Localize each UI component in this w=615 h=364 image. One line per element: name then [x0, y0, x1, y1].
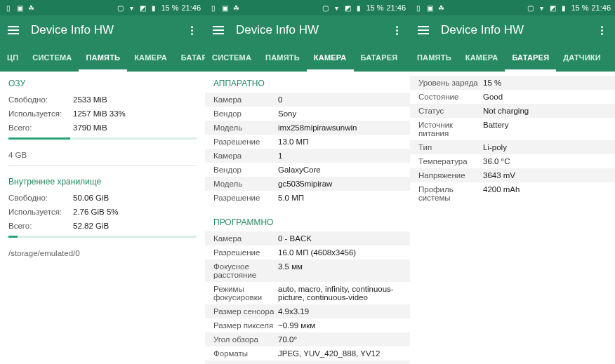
status-bar: ▯ ▣ ☘ ▢ ▾ ◩ ▮ 15 % 21:46	[0, 0, 205, 15]
clock: 21:46	[591, 4, 611, 12]
wifi-icon: ▾	[332, 4, 340, 12]
row-value: imx258mipirawsunwin	[278, 123, 402, 132]
table-row: СостояниеGood	[410, 90, 615, 104]
hamburger-icon[interactable]	[6, 22, 21, 38]
app-title: Device Info HW	[31, 23, 174, 37]
hamburger-icon[interactable]	[211, 22, 226, 38]
tabs: ПАМЯТЬ КАМЕРА БАТАРЕЯ ДАТЧИКИ ПРИЛ	[410, 45, 615, 72]
overflow-icon[interactable]	[184, 22, 199, 38]
ram-used-value: 1257 MiB 33%	[73, 109, 197, 118]
row-key: Разрешение	[213, 194, 278, 202]
tab-memory[interactable]: ПАМЯТЬ	[79, 45, 127, 72]
table-row: Положение90	[205, 360, 410, 364]
table-row: Режимы фокусировкиauto, macro, infinity,…	[205, 282, 410, 304]
row-key: Уровень заряда	[418, 79, 483, 87]
notif-icon: ▣	[15, 4, 24, 12]
storage-progress	[8, 236, 197, 238]
tab-battery[interactable]: БАТАРЕЯ	[354, 45, 405, 72]
row-key: Режимы фокусировки	[213, 285, 278, 302]
table-row: Разрешение13.0 МП	[205, 135, 410, 149]
tab-memory[interactable]: ПАМЯТЬ	[410, 45, 458, 72]
row-key: Форматы	[213, 349, 278, 358]
vibrate-icon: ▢	[321, 4, 329, 12]
table-row: Размер пикселя~0.99 мкм	[205, 318, 410, 332]
row-key: Напряжение	[418, 171, 483, 180]
nosim-icon: ◩	[548, 4, 557, 12]
row-key: Тип	[418, 143, 483, 151]
battery-content[interactable]: Уровень заряда15 %СостояниеGoodСтатусNot…	[410, 72, 615, 364]
notif-icon: ☘	[232, 4, 240, 12]
overflow-icon[interactable]	[594, 22, 609, 38]
row-key: Угол обзора	[213, 335, 278, 344]
table-row: Модельgc5035mipiraw	[205, 177, 410, 191]
tab-battery[interactable]: БАТАРЕЯ	[505, 45, 556, 72]
row-value: 4200 mAh	[483, 185, 607, 194]
tab-memory[interactable]: ПАМЯТЬ	[258, 45, 307, 72]
clock: 21:46	[181, 4, 201, 12]
nosim-icon: ◩	[138, 4, 147, 12]
table-row: СтатусNot charging	[410, 104, 615, 118]
section-sw: ПРОГРАММНО	[205, 210, 410, 231]
row-key: Разрешение	[213, 248, 278, 257]
row-value: auto, macro, infinity, continuous-pictur…	[278, 285, 402, 302]
row-value: Not charging	[483, 107, 607, 115]
hamburger-icon[interactable]	[416, 22, 431, 38]
stor-total-value: 52.82 GiB	[73, 222, 197, 230]
stor-free-label: Свободно:	[8, 194, 73, 202]
row-key: Источник питания	[418, 121, 483, 137]
tab-sensors[interactable]: ДАТЧИКИ	[556, 45, 608, 72]
tab-system[interactable]: СИСТЕМА	[25, 45, 79, 72]
ram-total-value: 3790 MiB	[73, 123, 197, 132]
table-row: Камера1	[205, 149, 410, 163]
table-row: Уровень заряда15 %	[410, 76, 615, 90]
row-value: 3643 mV	[483, 171, 607, 180]
notif-icon: ▯	[209, 4, 218, 12]
section-storage: Внутреннее хранилище	[0, 170, 205, 191]
row-value: GalaxyCore	[278, 166, 402, 174]
stor-total-label: Всего:	[8, 222, 73, 230]
tab-sensors[interactable]: ДАТЧИКИ	[404, 45, 410, 72]
tab-system[interactable]: СИСТЕМА	[205, 45, 258, 72]
ram-used-label: Используется:	[8, 109, 73, 118]
row-value: 4.9x3.19	[278, 307, 402, 316]
tab-cpu[interactable]: ЦП	[0, 45, 25, 72]
memory-content[interactable]: ОЗУ Свободно:2533 MiB Используется:1257 …	[0, 72, 205, 364]
tab-camera[interactable]: КАМЕРА	[458, 45, 505, 72]
row-value: 0 - BACK	[278, 234, 402, 243]
section-ram: ОЗУ	[0, 72, 205, 93]
row-key: Камера	[213, 234, 278, 243]
tab-camera[interactable]: КАМЕРА	[127, 45, 174, 72]
row-value: 0	[278, 95, 402, 104]
pane-camera: ▯ ▣ ☘ ▢ ▾ ◩ ▮ 15 % 21:46 Device Info HW …	[205, 0, 410, 364]
row-key: Размер сенсора	[213, 307, 278, 316]
table-row: Температура36.0 °C	[410, 154, 615, 168]
table-row: Угол обзора70.0°	[205, 332, 410, 346]
table-row: Фокусное расстояние3.5 мм	[205, 259, 410, 282]
battery-pct: 15 %	[571, 4, 588, 12]
tab-battery[interactable]: БАТАРЕЯ	[174, 45, 205, 72]
row-value: Battery	[483, 121, 607, 129]
row-value: 36.0 °C	[483, 157, 607, 166]
row-key: Вендор	[213, 166, 278, 174]
stor-free-value: 50.06 GiB	[73, 194, 197, 202]
battery-icon: ▮	[355, 4, 363, 12]
row-value: ~0.99 мкм	[278, 321, 402, 330]
camera-content[interactable]: АППАРАТНО Камера0ВендорSonyМодельimx258m…	[205, 72, 410, 364]
tab-camera[interactable]: КАМЕРА	[307, 45, 354, 72]
table-row: ФорматыJPEG, YUV_420_888, YV12	[205, 346, 410, 360]
table-row: Источник питанияBattery	[410, 118, 615, 140]
table-row: Профиль системы4200 mAh	[410, 182, 615, 205]
wifi-icon: ▾	[537, 4, 545, 12]
tab-apps[interactable]: ПРИЛ	[608, 45, 615, 72]
row-value: gc5035mipiraw	[278, 180, 402, 188]
ram-size: 4 GB	[0, 147, 205, 163]
stor-used-label: Используется:	[8, 208, 73, 216]
table-row: Размер сенсора4.9x3.19	[205, 304, 410, 318]
row-value: 5.0 МП	[278, 194, 402, 202]
row-value: Li-poly	[483, 143, 607, 151]
overflow-icon[interactable]	[389, 22, 404, 38]
status-bar: ▯ ▣ ☘ ▢ ▾ ◩ ▮ 15 % 21:46	[205, 0, 410, 15]
tabs: ЦП СИСТЕМА ПАМЯТЬ КАМЕРА БАТАРЕЯ	[0, 45, 205, 72]
table-row: Камера0 - BACK	[205, 231, 410, 245]
table-row: Модельimx258mipirawsunwin	[205, 121, 410, 135]
